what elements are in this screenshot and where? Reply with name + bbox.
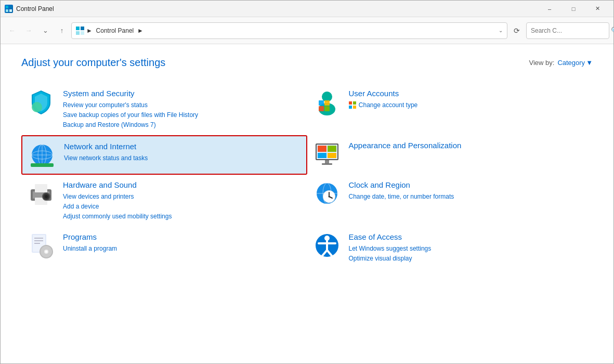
category-user-accounts[interactable]: User Accounts Change account type (307, 83, 593, 135)
app-icon (5, 5, 13, 13)
view-by-arrow: ▼ (586, 59, 593, 67)
ease-link-1[interactable]: Let Windows suggest settings (349, 244, 587, 254)
dropdown-button[interactable]: ⌄ (38, 23, 53, 38)
page-header: Adjust your computer's settings View by:… (21, 57, 593, 69)
svg-rect-16 (349, 101, 352, 105)
view-by-value[interactable]: Category ▼ (557, 59, 593, 67)
maximize-button[interactable]: □ (561, 1, 585, 17)
svg-rect-19 (353, 106, 356, 109)
svg-point-57 (45, 251, 47, 253)
svg-rect-12 (324, 106, 330, 111)
address-text: ► Control Panel ► (86, 27, 497, 34)
hardware-sound-content: Hardware and Sound View devices and prin… (63, 180, 301, 222)
clock-region-icon (313, 180, 341, 207)
svg-rect-6 (76, 31, 80, 35)
up-button[interactable]: ↑ (55, 23, 69, 38)
network-internet-content: Network and Internet View network status… (64, 141, 300, 163)
network-internet-link-1[interactable]: View network status and tasks (64, 153, 300, 163)
svg-rect-0 (6, 6, 8, 8)
svg-rect-32 (325, 160, 329, 164)
svg-rect-14 (324, 100, 330, 106)
svg-rect-25 (31, 163, 54, 167)
system-security-title[interactable]: System and Security (63, 88, 301, 99)
svg-rect-17 (353, 101, 356, 105)
svg-rect-33 (322, 163, 332, 165)
svg-rect-28 (318, 146, 326, 152)
address-bar[interactable]: ► Control Panel ► ⌄ (71, 22, 507, 39)
svg-point-40 (45, 195, 48, 198)
category-network-internet[interactable]: Network and Internet View network status… (21, 135, 307, 175)
close-button[interactable]: ✕ (585, 1, 609, 17)
ease-of-access-icon (313, 232, 341, 259)
refresh-button[interactable]: ⟳ (510, 23, 524, 38)
title-bar: Control Panel – □ ✕ (1, 1, 613, 17)
categories-grid: System and Security Review your computer… (21, 83, 593, 269)
category-clock-region[interactable]: Clock and Region Change date, time, or n… (307, 175, 593, 227)
view-by: View by: Category ▼ (529, 59, 593, 67)
hardware-link-1[interactable]: View devices and printers (63, 192, 301, 202)
system-security-link-1[interactable]: Review your computer's status (63, 100, 301, 110)
svg-rect-11 (319, 106, 324, 111)
svg-rect-4 (76, 27, 80, 30)
view-by-label: View by: (529, 59, 554, 67)
svg-rect-18 (349, 106, 352, 109)
system-security-link-2[interactable]: Save backup copies of your files with Fi… (63, 110, 301, 120)
category-appearance[interactable]: Appearance and Personalization (307, 135, 593, 175)
window: Control Panel – □ ✕ ← → ⌄ ↑ ► Control Pa… (0, 0, 614, 364)
svg-rect-1 (9, 6, 12, 8)
window-controls: – □ ✕ (538, 1, 609, 17)
category-ease-of-access[interactable]: Ease of Access Let Windows suggest setti… (307, 227, 593, 269)
svg-rect-36 (35, 184, 47, 192)
address-icon (76, 27, 84, 35)
search-input[interactable] (531, 27, 609, 34)
programs-title[interactable]: Programs (63, 232, 301, 242)
programs-content: Programs Uninstall a program (63, 232, 301, 254)
hardware-link-3[interactable]: Adjust commonly used mobility settings (63, 212, 301, 222)
network-internet-icon (29, 141, 56, 168)
clock-region-content: Clock and Region Change date, time, or n… (349, 180, 587, 202)
category-hardware-sound[interactable]: Hardware and Sound View devices and prin… (21, 175, 307, 227)
ease-link-2[interactable]: Optimize visual display (349, 254, 587, 264)
ease-of-access-content: Ease of Access Let Windows suggest setti… (349, 232, 587, 264)
appearance-icon (313, 140, 341, 167)
hardware-sound-title[interactable]: Hardware and Sound (63, 180, 301, 190)
user-accounts-link-1[interactable]: Change account type (349, 100, 587, 110)
svg-rect-30 (318, 153, 326, 158)
minimize-button[interactable]: – (538, 1, 561, 17)
system-security-content: System and Security Review your computer… (63, 88, 301, 130)
main-content: Adjust your computer's settings View by:… (1, 44, 613, 363)
toolbar: ← → ⌄ ↑ ► Control Panel ► ⌄ ⟳ 🔍 (1, 17, 613, 44)
search-box[interactable]: 🔍 (526, 22, 609, 39)
category-programs[interactable]: Programs Uninstall a program (21, 227, 307, 269)
search-icon[interactable]: 🔍 (611, 27, 614, 34)
svg-rect-5 (81, 27, 84, 30)
appearance-content: Appearance and Personalization (349, 140, 587, 152)
page-title: Adjust your computer's settings (21, 57, 165, 69)
forward-button[interactable]: → (21, 23, 36, 38)
clock-region-title[interactable]: Clock and Region (349, 180, 587, 190)
svg-rect-7 (81, 31, 84, 35)
system-security-link-3[interactable]: Backup and Restore (Windows 7) (63, 120, 301, 130)
category-system-security[interactable]: System and Security Review your computer… (21, 83, 307, 135)
network-internet-title[interactable]: Network and Internet (64, 141, 300, 152)
hardware-sound-icon (28, 180, 55, 207)
system-security-icon (28, 88, 55, 115)
appearance-title[interactable]: Appearance and Personalization (349, 140, 587, 151)
window-title: Control Panel (16, 5, 538, 12)
svg-rect-13 (319, 100, 324, 106)
svg-rect-3 (9, 9, 12, 12)
svg-point-8 (32, 102, 42, 112)
programs-icon (28, 232, 55, 259)
user-accounts-title[interactable]: User Accounts (349, 88, 587, 99)
hardware-link-2[interactable]: Add a device (63, 202, 301, 212)
svg-rect-29 (328, 146, 336, 152)
view-by-selected: Category (557, 59, 585, 67)
programs-link-1[interactable]: Uninstall a program (63, 244, 301, 254)
svg-rect-15 (330, 106, 335, 111)
address-dropdown-arrow[interactable]: ⌄ (499, 28, 503, 33)
back-button[interactable]: ← (5, 23, 19, 38)
clock-link-1[interactable]: Change date, time, or number formats (349, 192, 587, 202)
svg-point-48 (328, 196, 330, 198)
ease-of-access-title[interactable]: Ease of Access (349, 232, 587, 242)
svg-rect-2 (6, 9, 8, 12)
